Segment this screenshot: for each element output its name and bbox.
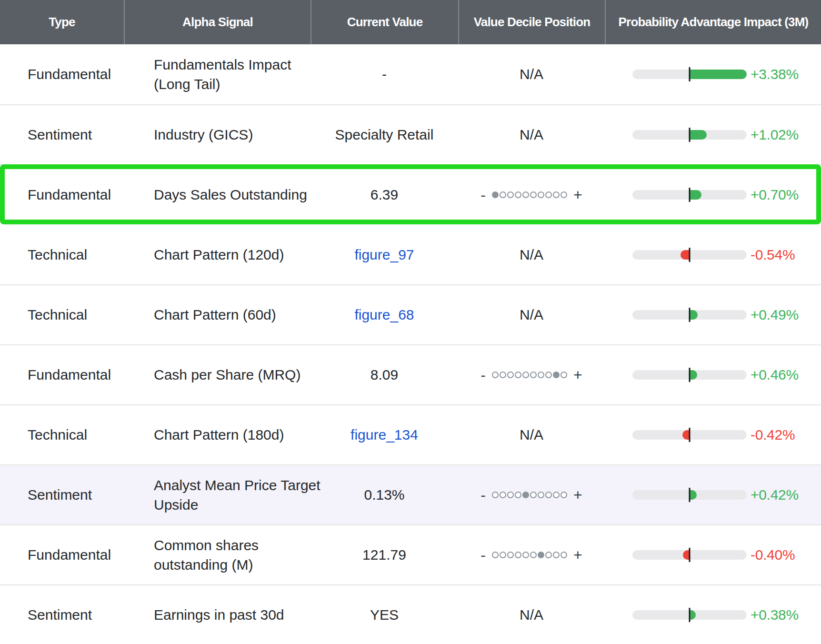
current-value: 121.79: [362, 547, 406, 563]
current-value: -: [382, 66, 387, 82]
decile-dots: [491, 552, 568, 558]
decile-plus-sign[interactable]: +: [573, 546, 582, 564]
decile-dot: [515, 191, 521, 198]
decile-dot: [500, 191, 506, 198]
decile-dot-filled: [492, 191, 499, 198]
current-value: 0.13%: [364, 487, 404, 503]
alpha-signal-label: Common shares outstanding (M): [154, 535, 324, 575]
decile-dot: [492, 552, 499, 558]
decile-dot: [553, 191, 560, 198]
decile-dot: [553, 492, 560, 498]
decile-minus-sign[interactable]: -: [481, 486, 486, 504]
table-row: FundamentalCash per Share (MRQ)8.09-++0.…: [0, 344, 821, 404]
value-decile-cell: -+: [458, 186, 605, 204]
decile-dot: [538, 492, 544, 498]
value-decile-cell: N/A: [458, 66, 605, 82]
value-decile-cell: N/A: [458, 427, 605, 443]
signal-type: Sentiment: [0, 607, 124, 623]
decile-minus-sign[interactable]: -: [481, 186, 486, 204]
impact-bar-track: [632, 370, 747, 380]
current-value: Specialty Retail: [335, 127, 434, 142]
decile-dot: [561, 492, 567, 498]
column-header-signal: Alpha Signal: [124, 0, 310, 44]
current-value-cell: 0.13%: [310, 487, 458, 503]
impact-cell: -0.54%: [605, 247, 821, 263]
impact-bar-track: [632, 610, 747, 620]
decile-na: N/A: [520, 127, 543, 143]
alpha-signal-label: Industry (GICS): [154, 125, 324, 144]
value-decile-cell: -+: [458, 546, 605, 564]
decile-dot: [538, 372, 544, 378]
decile-na: N/A: [520, 247, 543, 263]
figure-link[interactable]: figure_134: [350, 427, 418, 443]
impact-bar-zero-tick: [689, 428, 691, 442]
decile-dot: [530, 191, 537, 198]
impact-cell: +3.38%: [605, 66, 821, 82]
signal-type: Technical: [0, 247, 124, 263]
alpha-signal-name: Industry (GICS): [124, 125, 310, 144]
figure-link[interactable]: figure_68: [354, 307, 414, 322]
impact-bar-zero-tick: [689, 67, 691, 81]
signal-type: Technical: [0, 307, 124, 323]
impact-bar-zero-tick: [689, 548, 691, 562]
alpha-signal-name: Chart Pattern (60d): [124, 305, 310, 324]
impact-percent: +0.49%: [751, 307, 799, 323]
figure-link[interactable]: figure_97: [354, 247, 414, 262]
alpha-signals-table: TypeAlpha SignalCurrent ValueValue Decil…: [0, 0, 821, 644]
decile-dot: [515, 492, 521, 498]
column-header-type: Type: [0, 0, 124, 44]
signal-type: Fundamental: [0, 367, 124, 383]
impact-cell: -0.42%: [605, 427, 821, 443]
decile-plus-sign[interactable]: +: [573, 186, 582, 204]
decile-dot: [545, 552, 552, 558]
impact-bar-track: [632, 490, 747, 500]
decile-dot: [507, 372, 514, 378]
decile-na: N/A: [520, 66, 543, 82]
impact-percent: +1.02%: [751, 127, 799, 143]
table-row: FundamentalCommon shares outstanding (M)…: [0, 524, 821, 584]
impact-bar-positive: [690, 130, 707, 140]
impact-bar-track: [632, 430, 747, 440]
impact-percent: -0.40%: [751, 547, 795, 563]
impact-bar-track: [632, 550, 747, 560]
impact-bar-zero-tick: [689, 608, 691, 622]
column-header-value: Current Value: [310, 0, 458, 44]
decile-plus-sign[interactable]: +: [573, 366, 582, 384]
impact-percent: +0.38%: [751, 607, 799, 623]
alpha-signal-label: Earnings in past 30d: [154, 605, 324, 624]
decile-dot: [530, 492, 537, 498]
decile-dot: [561, 552, 567, 558]
table-row: TechnicalChart Pattern (120d)figure_97N/…: [0, 224, 821, 284]
impact-bar-track: [632, 70, 747, 79]
decile-minus-sign[interactable]: -: [481, 546, 486, 564]
current-value-cell: 121.79: [310, 547, 458, 563]
decile-dot: [515, 552, 521, 558]
alpha-signal-name: Earnings in past 30d: [124, 605, 310, 624]
value-decile-cell: -+: [458, 366, 605, 384]
decile-dot: [507, 191, 514, 198]
alpha-signal-name: Common shares outstanding (M): [124, 535, 310, 575]
current-value-cell: figure_97: [310, 247, 458, 263]
impact-bar-zero-tick: [689, 248, 691, 262]
decile-dot: [507, 492, 514, 498]
signal-type: Fundamental: [0, 187, 124, 203]
decile-plus-sign[interactable]: +: [573, 486, 582, 504]
impact-bar-zero-tick: [689, 308, 691, 322]
value-decile-cell: N/A: [458, 607, 605, 623]
decile-dot: [492, 372, 499, 378]
decile-dots: [491, 372, 568, 378]
impact-bar-zero-tick: [689, 128, 691, 142]
impact-bar-positive: [690, 310, 698, 320]
impact-bar-positive: [690, 70, 747, 79]
decile-dot: [538, 191, 544, 198]
decile-dots: [491, 191, 568, 198]
current-value: 8.09: [370, 367, 398, 382]
impact-bar-zero-tick: [689, 188, 691, 202]
table-row: SentimentIndustry (GICS)Specialty Retail…: [0, 104, 821, 164]
impact-cell: +0.70%: [605, 187, 821, 203]
impact-bar-track: [632, 130, 747, 140]
value-decile-cell: N/A: [458, 247, 605, 263]
impact-percent: +0.46%: [751, 367, 799, 383]
decile-minus-sign[interactable]: -: [481, 366, 486, 384]
impact-cell: +1.02%: [605, 127, 821, 143]
